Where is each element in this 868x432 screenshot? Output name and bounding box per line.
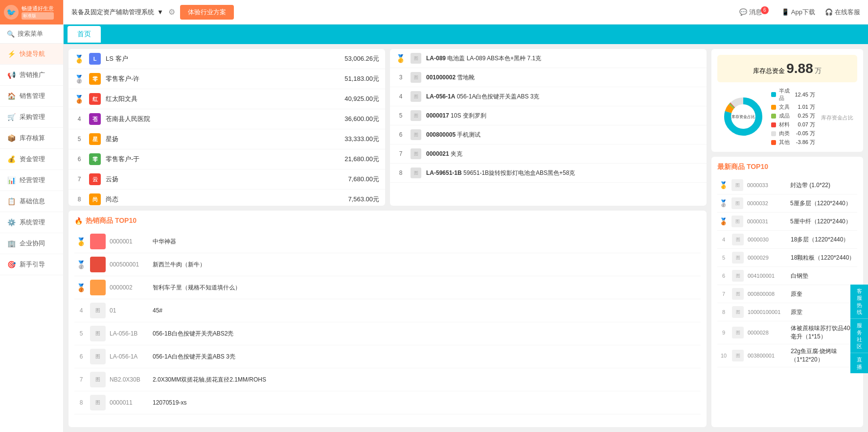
customer-value: 21,680.00元 xyxy=(344,155,379,164)
customer-ranking-panel: 🥇 L LS 客户 53,006.26元🥈 零 零售客户-许 51,183.00… xyxy=(69,49,385,206)
settings-icon[interactable]: ⚙ xyxy=(168,7,175,17)
customer-value: 40,925.00元 xyxy=(344,95,379,103)
float-button[interactable]: 服务社区 xyxy=(850,318,868,353)
sidebar-item-label: 营销推广 xyxy=(20,71,45,79)
product-img: 图 xyxy=(411,53,421,64)
hot-product-img: 图 xyxy=(90,395,106,410)
sidebar-item-purchase[interactable]: 🛒 采购管理 xyxy=(0,107,63,128)
rank-medal: 🥈 xyxy=(74,74,84,84)
sidebar-item-inventory[interactable]: 📦 库存核算 xyxy=(0,128,63,149)
sidebar-item-label: 资金管理 xyxy=(20,155,45,164)
sidebar-item-sales[interactable]: 🏠 销售管理 xyxy=(0,86,63,107)
customer-value: 7,563.00元 xyxy=(348,195,379,204)
customer-name: 零售客户-于 xyxy=(106,155,340,164)
hot-product-code: LA-056-1B xyxy=(110,330,149,337)
hot-rank-num: 4 xyxy=(76,307,86,314)
hot-products-panel: 🔥热销商品 TOP10 🥇 0000001 中华神器🥈 000500001 新西… xyxy=(69,211,707,427)
sidebar-item-home[interactable]: ⚡ 快捷导航 xyxy=(0,44,63,65)
product-name: 0000017 10S 变刹罗刹 xyxy=(426,112,701,120)
logo-area: 🐦 畅捷通好生意 标准版 xyxy=(0,0,63,24)
tab-home[interactable]: 首页 xyxy=(68,26,101,43)
newest-products-panel: 最新商品 TOP10 🥇 图 0000033 封边带 (1.0*22)🥈 图 0… xyxy=(711,157,863,427)
newest-product-code: 0000028 xyxy=(748,330,787,336)
newest-products-list: 🥇 图 0000033 封边带 (1.0*22)🥈 图 0000032 5厘多层… xyxy=(717,176,857,421)
messages-label: 消息 xyxy=(749,8,762,17)
logo-name: 畅捷通好生意 xyxy=(22,5,54,12)
operation-icon: 📊 xyxy=(7,176,16,185)
sidebar-item-label: 采购管理 xyxy=(20,113,45,121)
legend-name: 成品 xyxy=(779,112,795,120)
logo-edition: 标准版 xyxy=(22,12,54,20)
hot-rank-medal: 🥈 xyxy=(76,260,86,269)
rank-number: 5 xyxy=(74,136,84,143)
customer-rank-item: 🥉 红 红太阳文具 40,925.00元 xyxy=(69,89,385,109)
sidebar-item-operation[interactable]: 📊 经营管理 xyxy=(0,170,63,191)
float-buttons: 客服热线服务社区直播 xyxy=(850,285,868,373)
product-name: LA-089 电池盖 LA-089 ABS本色+黑种 7.1克 xyxy=(426,54,701,63)
logo-icon: 🐦 xyxy=(4,5,19,20)
newest-product-item: 5 图 0000029 18颗粒板（1220*2440） xyxy=(717,249,857,267)
newest-product-img: 图 xyxy=(732,306,744,318)
hot-product-img: 图 xyxy=(90,303,106,318)
legend-value: -3.86 万 xyxy=(796,139,815,146)
newest-product-name: 18颗粒板（1220*2440） xyxy=(791,254,855,262)
trial-button[interactable]: 体验行业方案 xyxy=(180,5,234,20)
newest-product-item: 9 图 0000028 体被蔗核味苏打饮品400毫升（1*15） xyxy=(717,321,857,344)
legend-dot xyxy=(771,114,776,119)
topbar-right: 💬 消息 6 📱 App下载 🎧 在线客服 xyxy=(739,8,860,17)
newest-rank-medal: 🥈 xyxy=(719,199,728,207)
messages-btn[interactable]: 💬 消息 6 xyxy=(739,8,772,17)
app-download-btn[interactable]: 📱 App下载 xyxy=(781,8,815,17)
float-button[interactable]: 客服热线 xyxy=(850,285,868,318)
float-button[interactable]: 直播 xyxy=(850,353,868,373)
online-service-btn[interactable]: 🎧 在线客服 xyxy=(825,8,860,17)
hot-product-code: 01 xyxy=(110,307,149,314)
newest-product-name: 22g鱼豆腐·烧烤味（1*12*20） xyxy=(791,347,855,364)
sidebar-item-guide[interactable]: 🎯 新手引导 xyxy=(0,254,63,275)
sidebar-item-finance[interactable]: 💰 资金管理 xyxy=(0,149,63,170)
rank-number: 6 xyxy=(396,131,406,138)
rank-number: 7 xyxy=(396,150,406,157)
legend-dot xyxy=(771,122,776,127)
legend-name: 肉类 xyxy=(779,130,793,137)
headset-icon: 🎧 xyxy=(825,8,833,16)
rank-number: 7 xyxy=(74,176,84,183)
system-selector[interactable]: 装备及固定资产辅助管理系统 ▼ xyxy=(71,8,163,17)
hot-rank-num: 8 xyxy=(76,399,86,406)
product-img: 图 xyxy=(411,72,421,83)
newest-product-name: 原奎 xyxy=(791,290,855,298)
legend-dot xyxy=(771,140,776,145)
legend-value: -0.05 万 xyxy=(796,130,815,137)
product-img: 图 xyxy=(411,148,421,159)
legend-value: 0.25 万 xyxy=(798,112,815,120)
newest-product-name: 封边带 (1.0*22) xyxy=(790,181,855,190)
customer-name: 红太阳文具 xyxy=(106,95,340,103)
newest-rank-num: 8 xyxy=(719,309,728,315)
newest-rank-num: 10 xyxy=(719,353,728,359)
hot-product-item: 9图 KK-SD22110H 花语萌·恒温分醇罐袋（厚款） xyxy=(74,414,701,416)
sidebar-item-basic[interactable]: 📋 基础信息 xyxy=(0,191,63,212)
sidebar-item-enterprise[interactable]: 🏢 企业协同 xyxy=(0,233,63,254)
newest-product-img: 图 xyxy=(732,327,744,338)
hot-product-item: 7图 NB2.0X30B 2.0X30MM双搓花轴,搓花直径2.1MM/ROHS xyxy=(74,368,701,391)
sidebar-item-system[interactable]: ⚙️ 系统管理 xyxy=(0,212,63,233)
newest-product-item: 8 图 10000100001 原堂 xyxy=(717,303,857,321)
hot-rank-medal: 🥉 xyxy=(76,283,86,292)
product-name: LA-59651-1B 59651-1B旋转投影灯电池盒ABS黑色+58克 xyxy=(426,169,701,177)
newest-product-item: 🥈 图 0000032 5厘多层（1220*2440） xyxy=(717,194,857,213)
search-menu[interactable]: 🔍 搜索菜单 xyxy=(0,24,63,44)
sidebar-item-label: 基础信息 xyxy=(20,197,45,206)
hot-product-item: 6图 LA-056-1A 056-1A白色按键开关盖ABS 3壳 xyxy=(74,345,701,368)
hot-product-item: 4图 01 45# xyxy=(74,299,701,322)
system-name: 装备及固定资产辅助管理系统 xyxy=(71,8,154,17)
rank-number: 3 xyxy=(396,74,406,81)
customer-name: LS 客户 xyxy=(106,54,340,63)
sidebar-item-marketing[interactable]: 📢 营销推广 xyxy=(0,65,63,86)
newest-product-name: 原堂 xyxy=(791,308,855,316)
rank-medal: 🥇 xyxy=(74,54,84,64)
newest-product-name: 白钢垫 xyxy=(791,272,855,280)
hot-product-item: 🥈 000500001 新西兰牛肉（新牛） xyxy=(74,253,701,276)
customer-badge: 尚 xyxy=(89,193,101,205)
newest-product-name: 5厘中纤（1220*2440） xyxy=(790,217,855,226)
legend-value: 12.45 万 xyxy=(795,91,815,98)
